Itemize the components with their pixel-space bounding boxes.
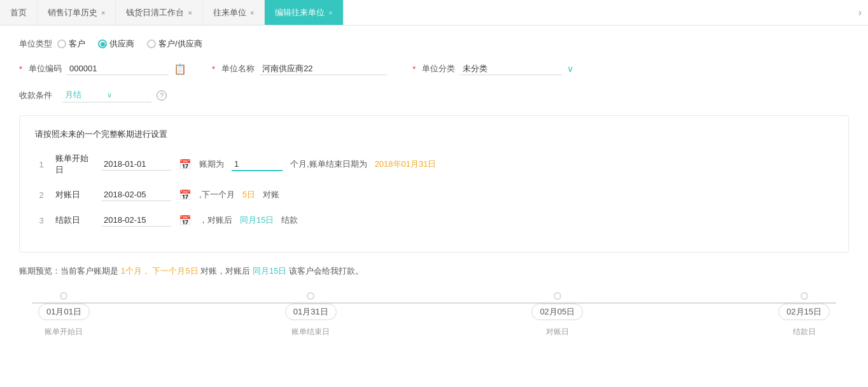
unit-code-input[interactable] bbox=[67, 62, 169, 75]
unit-name-input[interactable] bbox=[260, 62, 387, 75]
tab-more-button[interactable]: › bbox=[852, 0, 868, 25]
period-suffix-after-1: 个月,账单结束日期为 bbox=[290, 158, 367, 170]
period-label-3: 结款日 bbox=[55, 215, 94, 226]
unit-category-star: * bbox=[412, 64, 416, 74]
unit-category-input[interactable] bbox=[460, 62, 562, 75]
tab-home-label: 首页 bbox=[10, 7, 27, 18]
period-box-title: 请按照未来的一个完整帐期进行设置 bbox=[35, 129, 833, 140]
close-partner-units-icon[interactable]: × bbox=[250, 9, 254, 17]
help-icon[interactable]: ? bbox=[157, 90, 167, 101]
radio-customer[interactable]: 客户 bbox=[57, 38, 85, 50]
period-num-2: 2 bbox=[35, 190, 48, 200]
period-months-input[interactable] bbox=[232, 158, 283, 171]
period-suffix-2-prefix: ,下一个月 bbox=[199, 189, 235, 201]
tab-partner-units-label: 往来单位 bbox=[213, 7, 246, 18]
main-content: 单位类型 客户 供应商 客户/供应商 * 单位编码 📋 * 单位名称 bbox=[0, 25, 868, 387]
payment-condition-arrow-icon: ∨ bbox=[107, 91, 149, 99]
timeline-dot-2 bbox=[307, 292, 314, 300]
timeline-node-3: 02月05日 对账日 bbox=[531, 292, 583, 337]
period-suffix-3-prefix: ，对账后 bbox=[199, 215, 232, 226]
period-date-input-2[interactable] bbox=[101, 188, 171, 201]
unit-name-star: * bbox=[212, 64, 215, 74]
preview-prefix: 账期预览：当前客户账期是 bbox=[19, 266, 118, 276]
timeline-label-3: 对账日 bbox=[546, 327, 569, 337]
preview-end-date: 同月15日 bbox=[253, 266, 286, 276]
unit-category-select[interactable]: ∨ bbox=[460, 62, 573, 75]
tab-sales-order-history[interactable]: 销售订单历史 × bbox=[38, 0, 116, 25]
close-cash-ledger-icon[interactable]: × bbox=[188, 9, 192, 17]
period-calendar-icon-1[interactable]: 📅 bbox=[179, 158, 192, 171]
period-calendar-icon-2[interactable]: 📅 bbox=[179, 189, 192, 201]
radio-both-circle bbox=[147, 39, 156, 48]
unit-category-field: * 单位分类 ∨ bbox=[412, 62, 573, 75]
preview-suffix: 该客户会给我打款。 bbox=[289, 266, 363, 276]
timeline-container: 01月01日 账单开始日 01月31日 账单结束日 02月05日 对账日 02月… bbox=[19, 292, 849, 337]
unit-info-row: * 单位编码 📋 * 单位名称 * 单位分类 ∨ bbox=[19, 62, 849, 75]
tab-bar: 首页 销售订单历史 × 钱货日清工作台 × 往来单位 × 编辑往来单位 × › bbox=[0, 0, 868, 25]
preview-months: 1个月， bbox=[121, 266, 150, 276]
preview-mid2: 对账，对账后 bbox=[200, 266, 250, 276]
radio-supplier-label: 供应商 bbox=[109, 38, 134, 50]
unit-type-row: 单位类型 客户 供应商 客户/供应商 bbox=[19, 38, 849, 50]
period-suffix-before-1: 账期为 bbox=[199, 158, 224, 170]
tab-cash-ledger[interactable]: 钱货日清工作台 × bbox=[116, 0, 202, 25]
tab-partner-units[interactable]: 往来单位 × bbox=[203, 0, 265, 25]
radio-both[interactable]: 客户/供应商 bbox=[147, 38, 202, 50]
timeline-date-1: 01月01日 bbox=[38, 304, 90, 320]
timeline-node-2: 01月31日 账单结束日 bbox=[285, 292, 337, 337]
period-end-date-1: 2018年01月31日 bbox=[375, 158, 437, 170]
payment-condition-select[interactable]: 月结 ∨ bbox=[62, 88, 151, 102]
period-suffix-3-highlight: 同月15日 bbox=[240, 215, 274, 226]
timeline-date-2: 01月31日 bbox=[285, 304, 337, 320]
timeline-node-1: 01月01日 账单开始日 bbox=[38, 292, 90, 337]
period-settings-box: 请按照未来的一个完整帐期进行设置 1 账单开始日 📅 账期为 个月,账单结束日期… bbox=[19, 115, 849, 253]
timeline-date-3: 02月05日 bbox=[531, 304, 583, 320]
period-suffix-2-highlight: 5日 bbox=[242, 189, 255, 201]
unit-type-radio-group: 客户 供应商 客户/供应商 bbox=[57, 38, 202, 50]
timeline-dot-4 bbox=[801, 292, 808, 300]
tab-sales-order-history-label: 销售订单历史 bbox=[48, 7, 97, 18]
payment-condition-row: 收款条件 月结 ∨ ? bbox=[19, 88, 849, 102]
timeline-label-1: 账单开始日 bbox=[45, 327, 83, 337]
timeline-dot-1 bbox=[60, 292, 67, 300]
preview-text: 账期预览：当前客户账期是 1个月， 下一个月5日 对账，对账后 同月15日 该客… bbox=[19, 265, 849, 277]
tab-edit-partner[interactable]: 编辑往来单位 × bbox=[265, 0, 343, 25]
payment-condition-label: 收款条件 bbox=[19, 90, 52, 101]
timeline-label-2: 账单结束日 bbox=[291, 327, 330, 337]
chevron-down-icon[interactable]: ∨ bbox=[567, 64, 573, 74]
timeline-label-4: 结款日 bbox=[793, 327, 816, 337]
unit-code-calendar-icon[interactable]: 📋 bbox=[174, 63, 186, 75]
unit-type-label: 单位类型 bbox=[19, 38, 52, 50]
tab-edit-partner-label: 编辑往来单位 bbox=[275, 7, 325, 18]
timeline-date-4: 02月15日 bbox=[778, 304, 830, 320]
timeline-node-4: 02月15日 结款日 bbox=[778, 292, 830, 337]
unit-code-label: 单位编码 bbox=[29, 63, 62, 74]
period-row-3: 3 结款日 📅 ，对账后 同月15日 结款 bbox=[35, 214, 833, 227]
period-label-1: 账单开始日 bbox=[55, 153, 94, 176]
tab-cash-ledger-label: 钱货日清工作台 bbox=[126, 7, 184, 18]
payment-condition-value: 月结 bbox=[65, 89, 107, 101]
close-sales-order-history-icon[interactable]: × bbox=[101, 9, 105, 17]
unit-code-field: * 单位编码 📋 bbox=[19, 62, 186, 75]
period-suffix-2-end: 对账 bbox=[263, 189, 279, 201]
preview-mid: 下一个月5日 bbox=[152, 266, 198, 276]
period-calendar-icon-3[interactable]: 📅 bbox=[179, 215, 192, 227]
period-date-input-3[interactable] bbox=[101, 214, 171, 227]
radio-supplier-circle bbox=[98, 39, 107, 48]
radio-supplier[interactable]: 供应商 bbox=[98, 38, 134, 50]
period-num-3: 3 bbox=[35, 216, 48, 225]
radio-customer-circle bbox=[57, 39, 66, 48]
period-date-input-1[interactable] bbox=[101, 158, 171, 171]
radio-customer-label: 客户 bbox=[69, 38, 85, 50]
unit-category-label: 单位分类 bbox=[422, 63, 455, 74]
tab-home[interactable]: 首页 bbox=[0, 0, 38, 25]
close-edit-partner-icon[interactable]: × bbox=[328, 9, 332, 17]
timeline-dot-3 bbox=[554, 292, 561, 300]
unit-name-label: 单位名称 bbox=[221, 63, 255, 74]
period-row-2: 2 对账日 📅 ,下一个月5日 对账 bbox=[35, 188, 833, 201]
period-suffix-3-end: 结款 bbox=[281, 215, 298, 226]
period-num-1: 1 bbox=[35, 160, 48, 169]
radio-both-label: 客户/供应商 bbox=[158, 38, 202, 50]
period-row-1: 1 账单开始日 📅 账期为 个月,账单结束日期为 2018年01月31日 bbox=[35, 153, 833, 176]
unit-code-star: * bbox=[19, 64, 22, 74]
